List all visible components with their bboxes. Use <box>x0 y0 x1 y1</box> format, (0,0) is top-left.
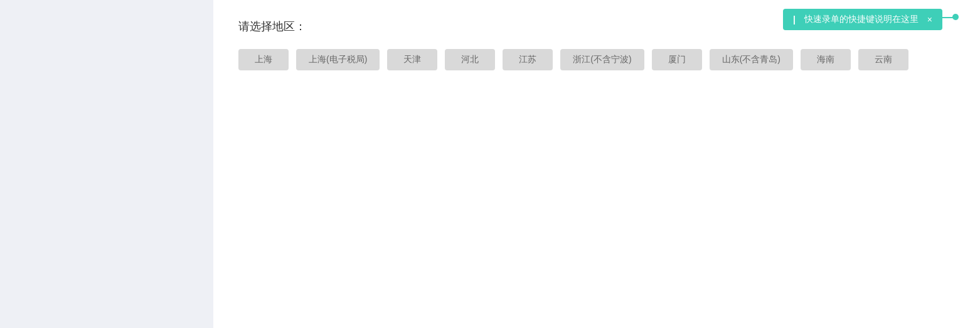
region-buttons: 上海上海(电子税局)天津河北江苏浙江(不含宁波)厦门 山东(不含青岛)海南云南 <box>238 49 955 78</box>
main-content: 请选择地区： 上海上海(电子税局)天津河北江苏浙江(不含宁波)厦门 山东(不含青… <box>213 0 980 328</box>
region-btn-shandong[interactable]: 山东(不含青岛) <box>710 49 793 70</box>
region-btn-yunnan[interactable]: 云南 <box>858 49 908 70</box>
region-btn-xiamen[interactable]: 厦门 <box>652 49 702 70</box>
left-sidebar <box>0 0 213 328</box>
region-btn-shanghai[interactable]: 上海 <box>238 49 289 70</box>
region-btn-shanghai-etax[interactable]: 上海(电子税局) <box>296 49 380 70</box>
region-row-1: 上海上海(电子税局)天津河北江苏浙江(不含宁波)厦门 <box>238 49 702 70</box>
region-row-2: 山东(不含青岛)海南云南 <box>710 49 908 70</box>
region-btn-hainan[interactable]: 海南 <box>801 49 851 70</box>
region-btn-jiangsu[interactable]: 江苏 <box>503 49 553 70</box>
region-btn-zhejiang[interactable]: 浙江(不含宁波) <box>560 49 644 70</box>
region-btn-tianjin[interactable]: 天津 <box>387 49 437 70</box>
region-btn-hebei[interactable]: 河北 <box>445 49 495 70</box>
tooltip-dot <box>952 14 959 20</box>
tooltip-bar: 快速录单的快捷键说明在这里 × <box>783 9 942 30</box>
tooltip-text: 快速录单的快捷键说明在这里 <box>804 14 919 25</box>
tooltip-close-button[interactable]: × <box>927 14 932 25</box>
